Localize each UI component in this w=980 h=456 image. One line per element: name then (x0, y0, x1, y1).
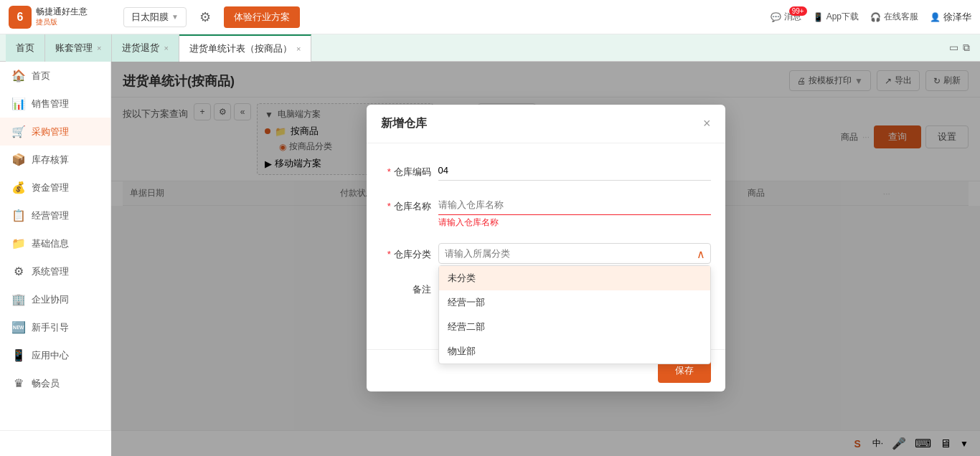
headset-icon: 🎧 (870, 12, 881, 22)
top-header: 6 畅捷通好生意 捷员版 日太阳膜 ▼ ⚙ 体验行业方案 💬 消息 99 📱 A… (0, 0, 980, 34)
sidebar-label-inventory: 库存核算 (32, 153, 69, 166)
tab-purchase-stats-label: 进货单统计表（按商品） (189, 42, 292, 55)
note-label-modal: 备注 (381, 278, 431, 296)
settings-gear-button[interactable]: ⚙ (194, 6, 217, 29)
sidebar-label-apps: 应用中心 (32, 349, 69, 362)
tab-home-label: 首页 (16, 42, 34, 54)
apps-icon: 📱 (11, 348, 26, 362)
dropdown-item-dept1[interactable]: 经营一部 (439, 290, 710, 315)
tab-purchase-stats[interactable]: 进货单统计表（按商品） × (179, 34, 311, 62)
name-input[interactable] (438, 195, 711, 215)
gear-icon: ⚙ (199, 9, 211, 25)
name-error-msg: 请输入仓库名称 (438, 217, 711, 229)
category-dropdown-list: 未分类 经营一部 经营二部 物业部 (438, 265, 711, 364)
tab-purchase-stats-close[interactable]: × (296, 44, 301, 53)
trial-button[interactable]: 体验行业方案 (224, 6, 300, 28)
user-icon: 👤 (930, 12, 941, 22)
finance-icon: 💰 (11, 181, 26, 194)
code-field (438, 161, 711, 181)
sidebar-item-guide[interactable]: 🆕 新手引导 (0, 313, 110, 341)
tab-return-label: 进货退货 (122, 42, 159, 54)
tab-return[interactable]: 进货退货 × (112, 34, 179, 62)
user-name: 徐泽华 (943, 11, 971, 24)
tab-return-close[interactable]: × (164, 44, 168, 52)
sidebar-item-purchase[interactable]: 🛒 采购管理 (0, 118, 110, 146)
sidebar: 🏠 首页 📊 销售管理 🛒 采购管理 📦 库存核算 💰 资金管理 📋 经营管理 … (0, 62, 111, 456)
modal-overlay: 新增仓库 × 仓库编码 仓库名称 (111, 62, 980, 456)
logo-sub: 捷员版 (36, 17, 88, 27)
sidebar-label-guide: 新手引导 (32, 321, 69, 334)
sidebar-item-inventory[interactable]: 📦 库存核算 (0, 146, 110, 174)
app-download-item[interactable]: 📱 App下载 (813, 11, 859, 23)
category-input[interactable] (438, 243, 711, 264)
sidebar-item-sales[interactable]: 📊 销售管理 (0, 90, 110, 118)
sidebar-item-finance[interactable]: 💰 资金管理 (0, 174, 110, 201)
dropdown-item-property[interactable]: 物业部 (439, 339, 710, 364)
tab-controls: ▭ ⧉ (945, 42, 974, 54)
enterprise-icon: 🏢 (11, 293, 26, 306)
logo-name: 畅捷通好生意 (36, 6, 88, 18)
category-label: 仓库分类 (381, 243, 431, 261)
tab-expand-icon[interactable]: ⧉ (963, 42, 970, 54)
logo-area: 6 畅捷通好生意 捷员版 (9, 6, 116, 29)
system-icon: ⚙ (11, 265, 26, 278)
inventory-icon: 📦 (11, 153, 26, 166)
sidebar-label-system: 系统管理 (32, 265, 69, 278)
modal-close-button[interactable]: × (703, 116, 711, 131)
form-row-name: 仓库名称 请输入仓库名称 (381, 195, 711, 229)
sidebar-label-enterprise: 企业协同 (32, 293, 69, 306)
home-icon: 🏠 (11, 69, 26, 82)
category-field: ∧ 未分类 经营一部 经营二部 (438, 243, 711, 264)
sidebar-label-purchase: 采购管理 (32, 125, 69, 138)
sidebar-item-system[interactable]: ⚙ 系统管理 (0, 257, 110, 285)
sidebar-item-operations[interactable]: 📋 经营管理 (0, 201, 110, 229)
tab-account-close[interactable]: × (97, 44, 101, 52)
sidebar-label-home: 首页 (32, 70, 50, 82)
tab-minimize-icon[interactable]: ▭ (949, 42, 958, 54)
modal-body: 仓库编码 仓库名称 请输入仓库名称 (367, 143, 725, 349)
service-label: 在线客服 (884, 11, 918, 23)
dropdown-arrow-icon[interactable]: ∧ (697, 247, 705, 260)
message-badge: 99 (789, 6, 807, 16)
name-label: 仓库名称 (381, 195, 431, 213)
code-label: 仓库编码 (381, 161, 431, 179)
modal-title: 新增仓库 (381, 116, 427, 131)
sidebar-item-home[interactable]: 🏠 首页 (0, 62, 110, 90)
store-selector[interactable]: 日太阳膜 ▼ (123, 7, 187, 27)
operations-icon: 📋 (11, 209, 26, 222)
name-field: 请输入仓库名称 (438, 195, 711, 229)
sidebar-item-vip[interactable]: ♛ 畅会员 (0, 369, 110, 397)
sidebar-item-enterprise[interactable]: 🏢 企业协同 (0, 285, 110, 313)
service-item[interactable]: 🎧 在线客服 (870, 11, 918, 23)
phone-icon: 📱 (813, 12, 824, 22)
app-download-label: App下载 (826, 11, 859, 23)
tab-account-label: 账套管理 (55, 42, 93, 54)
form-row-code: 仓库编码 (381, 161, 711, 181)
content-area: 进货单统计(按商品) 🖨 按模板打印 ▼ ↗ 导出 ↻ 刷新 按以下方案查询 (111, 62, 980, 456)
sidebar-label-operations: 经营管理 (32, 209, 69, 222)
sales-icon: 📊 (11, 97, 26, 110)
store-dropdown-arrow: ▼ (171, 13, 179, 21)
tab-home[interactable]: 首页 (6, 34, 45, 62)
sidebar-label-basic: 基础信息 (32, 237, 69, 250)
main-layout: 🏠 首页 📊 销售管理 🛒 采购管理 📦 库存核算 💰 资金管理 📋 经营管理 … (0, 62, 980, 456)
dropdown-item-dept2[interactable]: 经营二部 (439, 315, 710, 339)
code-input[interactable] (438, 161, 711, 181)
sidebar-label-sales: 销售管理 (32, 98, 69, 110)
modal-new-warehouse: 新增仓库 × 仓库编码 仓库名称 (367, 105, 725, 391)
logo-icon: 6 (9, 6, 32, 29)
basic-icon: 📁 (11, 237, 26, 250)
sidebar-item-basic[interactable]: 📁 基础信息 (0, 229, 110, 257)
dropdown-item-none[interactable]: 未分类 (439, 266, 710, 290)
message-item[interactable]: 💬 消息 99 (771, 11, 801, 23)
sidebar-item-apps[interactable]: 📱 应用中心 (0, 341, 110, 369)
tab-account[interactable]: 账套管理 × (45, 34, 112, 62)
purchase-icon: 🛒 (11, 125, 26, 138)
header-right: 💬 消息 99 📱 App下载 🎧 在线客服 👤 徐泽华 (771, 11, 971, 24)
user-item[interactable]: 👤 徐泽华 (930, 11, 971, 24)
vip-icon: ♛ (11, 376, 26, 390)
tab-bar: 首页 账套管理 × 进货退货 × 进货单统计表（按商品） × ▭ ⧉ (0, 34, 980, 62)
message-icon: 💬 (771, 12, 781, 22)
sidebar-label-finance: 资金管理 (32, 181, 69, 194)
form-row-category: 仓库分类 ∧ 未分类 经营一部 (381, 243, 711, 264)
